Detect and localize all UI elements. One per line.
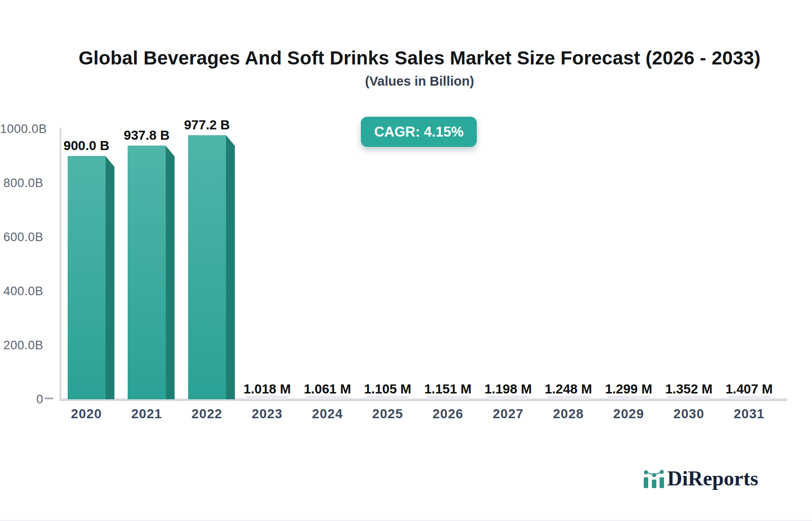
cagr-badge: CAGR: 4.15% [361,117,477,147]
bar-value-label-2031: 1.407 M [700,381,799,397]
bar-2022 [188,135,226,399]
y-axis-tick-label-600.0B: 600.0B [0,230,43,244]
bar-2021 [128,146,166,399]
y-axis-tick-label-800.0B: 800.0B [0,176,43,190]
y-axis-tick-label-200.0B: 200.0B [0,338,43,352]
bar-value-label-2022: 977.2 B [157,117,257,133]
bar-side-2020 [106,156,115,399]
y-axis-tick-label-1000.0B: 1000.0B [0,122,43,136]
y-axis-line [60,128,61,401]
y-axis-zero-tick [45,398,53,399]
chart-subtitle: (Values in Billion) [27,74,812,89]
bar-chart-logo-icon [644,470,664,489]
direports-logo: DiReports [644,467,758,490]
y-axis-tick-label-400.0B: 400.0B [0,284,43,298]
bar-2020 [68,156,106,399]
y-axis-tick-label-0: 0 [0,393,43,406]
chart-canvas: Global Beverages And Soft Drinks Sales M… [0,0,812,521]
bar-side-2022 [226,135,235,399]
chart-title: Global Beverages And Soft Drinks Sales M… [27,47,812,69]
direports-logo-text: DiReports [667,467,758,490]
bar-side-2021 [166,146,175,399]
x-axis-label-2031: 2031 [713,407,785,421]
